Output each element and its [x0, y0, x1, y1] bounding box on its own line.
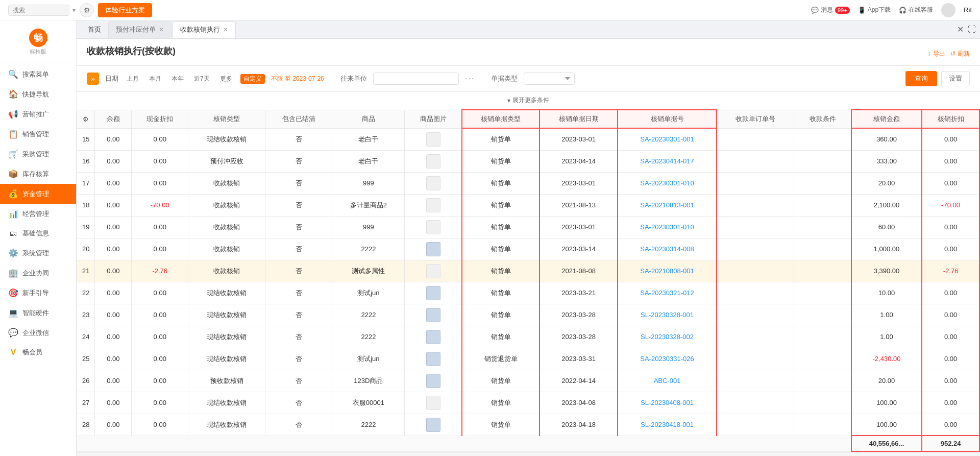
expand-more-button[interactable]: ▾ 展开更多条件 [503, 94, 553, 107]
col-verify-bill-type: 核销单据类型 [462, 110, 540, 128]
bill-no-link[interactable]: SA-20230414-017 [640, 157, 694, 165]
cell-cash-discount: 0.00 [132, 348, 188, 370]
query-button[interactable]: 查询 [905, 71, 937, 86]
bill-no-link[interactable]: SA-20210808-001 [640, 267, 694, 275]
filter-this-year[interactable]: 本年 [169, 74, 186, 84]
bill-no-link[interactable]: SL-20230328-001 [641, 311, 694, 319]
online-service-item[interactable]: 🎧 在线客服 [899, 6, 933, 14]
bill-no-link[interactable]: SA-20230331-026 [640, 355, 694, 363]
sidebar-item-search-menu[interactable]: 🔍 搜索菜单 [0, 64, 76, 84]
filter-collapse-button[interactable]: » [87, 73, 99, 85]
gear-button[interactable]: ⚙ [80, 3, 94, 17]
bill-no-link[interactable]: SL-20230418-001 [641, 421, 694, 428]
bill-no-link[interactable]: SA-20230321-012 [640, 289, 694, 297]
cell-product: 2222 [332, 304, 405, 326]
horizontal-scrollbar[interactable] [77, 452, 980, 456]
tab-receipt-verify[interactable]: 收款核销执行 ✕ [173, 21, 236, 38]
sidebar-item-enterprise[interactable]: 🏢 企业协同 [0, 263, 76, 283]
footer-verify-discount: 952.24 [922, 436, 979, 451]
sidebar-item-finance[interactable]: 💰 资金管理 [0, 184, 76, 204]
cell-include-settled: 否 [265, 128, 332, 150]
counterpart-input[interactable] [373, 73, 459, 85]
sidebar-item-wechat[interactable]: 💬 企业微信 [0, 323, 76, 343]
sidebar-item-operation[interactable]: 📊 经营管理 [0, 204, 76, 224]
cell-receipt-order-no [717, 282, 794, 304]
bill-no-link[interactable]: SA-20230301-010 [640, 179, 694, 187]
cell-verify-bill-date: 2023-03-01 [540, 128, 617, 150]
tab-expand-button[interactable]: ⛶ [968, 25, 976, 34]
export-button[interactable]: ↑ 导出 [928, 50, 945, 58]
cell-verify-type: 收款核销 [188, 194, 265, 216]
cell-balance: 0.00 [95, 216, 132, 238]
sidebar-item-smart-hw[interactable]: 💻 智能硬件 [0, 303, 76, 323]
bill-type-select[interactable] [524, 73, 575, 85]
main-content: 首页 预付冲应付单 ✕ 收款核销执行 ✕ ✕ ⛶ 收款核销执行(按收款) [77, 20, 980, 456]
cell-include-settled: 否 [265, 370, 332, 392]
tab-close-icon[interactable]: ✕ [223, 26, 228, 33]
cell-verify-bill-type: 销货单 [462, 216, 540, 238]
bill-no-link[interactable]: SA-20230314-008 [640, 245, 694, 253]
tab-close-icon[interactable]: ✕ [159, 26, 164, 33]
tab-prepay[interactable]: 预付冲应付单 ✕ [108, 21, 172, 38]
cell-include-settled: 否 [265, 348, 332, 370]
bill-no-link[interactable]: SA-20230301-010 [640, 223, 694, 231]
brand-icon: 畅 [29, 29, 47, 47]
bill-no-link[interactable]: SL-20230408-001 [641, 399, 694, 406]
filter-this-month[interactable]: 本月 [147, 74, 163, 84]
message-item[interactable]: 💬 消息 99+ [811, 6, 850, 14]
cell-verify-discount: 0.00 [922, 392, 979, 414]
top-search-input[interactable] [8, 5, 69, 16]
cell-cash-discount: -2.76 [132, 260, 188, 282]
expand-bar: ▾ 展开更多条件 [77, 92, 980, 109]
counterpart-dots: ··· [465, 74, 475, 83]
sidebar-item-base-info[interactable]: 🗂 基础信息 [0, 224, 76, 243]
tab-close-all-button[interactable]: ✕ [957, 25, 964, 34]
filter-last-month[interactable]: 上月 [125, 74, 141, 84]
sidebar-item-label: 库存核算 [22, 170, 49, 179]
filter-settings-button[interactable]: 设置 [941, 71, 970, 86]
tab-home[interactable]: 首页 [81, 22, 108, 37]
sidebar-item-sys-admin[interactable]: ⚙️ 系统管理 [0, 243, 76, 263]
cell-include-settled: 否 [265, 282, 332, 304]
cell-verify-bill-date: 2023-04-18 [540, 414, 617, 436]
sidebar-item-guide[interactable]: 🎯 新手引导 [0, 283, 76, 303]
cell-verify-amount: 20.00 [851, 172, 922, 194]
sidebar-item-marketing[interactable]: 📢 营销推广 [0, 104, 76, 124]
filter-more-date[interactable]: 更多 [218, 74, 234, 84]
cell-receipt-order-no [717, 414, 794, 436]
bill-no-link[interactable]: ABC-001 [654, 377, 681, 385]
cell-receipt-order-no [717, 260, 794, 282]
headset-icon: 🎧 [899, 7, 906, 14]
tab-label: 预付冲应付单 [116, 25, 156, 34]
table-header-row: ⚙ 余额 现金折扣 核销类型 包含已结清 商品 商品图片 核销单据类型 核销单据… [77, 110, 980, 128]
cell-verify-bill-type: 销货单 [462, 150, 540, 172]
bill-no-link[interactable]: SA-20230301-001 [640, 135, 694, 143]
sidebar-item-quick-nav[interactable]: 🏠 快捷导航 [0, 84, 76, 104]
app-download-item[interactable]: 📱 App下载 [858, 6, 891, 14]
filter-custom-date[interactable]: 自定义 [240, 74, 265, 84]
filter-date-range: 不限 至 2023-07-26 [271, 75, 324, 83]
refresh-button[interactable]: ↺ 刷新 [950, 50, 970, 58]
sidebar-logo-text: 标推版 [30, 48, 46, 56]
industry-solution-button[interactable]: 体验行业方案 [98, 3, 152, 17]
col-gear: ⚙ [77, 110, 95, 128]
avatar[interactable] [941, 3, 955, 17]
data-table: ⚙ 余额 现金折扣 核销类型 包含已结清 商品 商品图片 核销单据类型 核销单据… [77, 109, 980, 452]
sidebar-item-purchase[interactable]: 🛒 采购管理 [0, 144, 76, 164]
cell-receipt-condition [794, 238, 851, 260]
cell-verify-amount: 100.00 [851, 414, 922, 436]
cell-receipt-condition [794, 216, 851, 238]
filter-7days[interactable]: 近7天 [192, 74, 212, 84]
bill-no-link[interactable]: SA-20210813-001 [640, 201, 694, 209]
cell-receipt-order-no [717, 304, 794, 326]
cell-product-img [405, 370, 462, 392]
cell-verify-bill-type: 销货单 [462, 392, 540, 414]
cell-balance: 0.00 [95, 392, 132, 414]
cell-verify-amount: 1.00 [851, 326, 922, 348]
bill-no-link[interactable]: SL-20230328-002 [641, 333, 694, 341]
cell-product-img [405, 260, 462, 282]
sidebar-item-sales[interactable]: 📋 销售管理 [0, 124, 76, 144]
sidebar-item-inventory[interactable]: 📦 库存核算 [0, 164, 76, 184]
cell-verify-type: 收款核销 [188, 238, 265, 260]
sidebar-item-member[interactable]: V 畅会员 [0, 343, 76, 362]
